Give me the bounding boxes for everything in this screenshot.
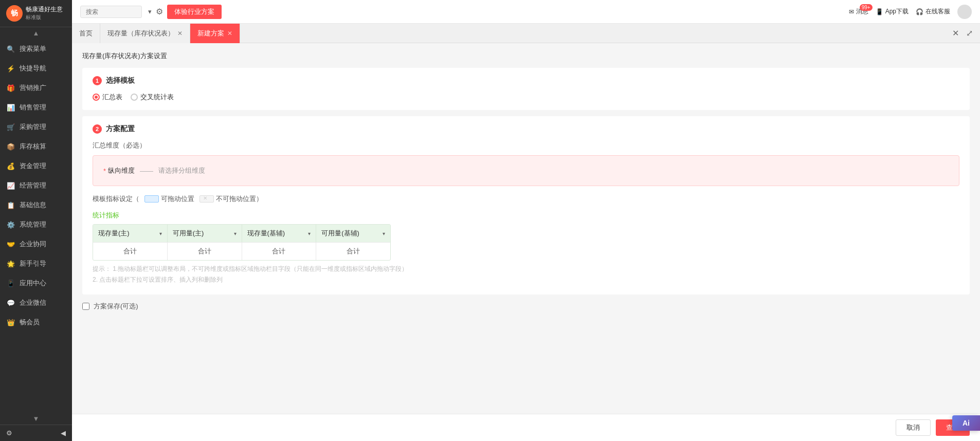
sidebar-item-quicknav[interactable]: ⚡ 快捷导航 — [0, 59, 72, 78]
app-icon: 📱 — [876, 8, 883, 15]
tab-home[interactable]: 首页 — [72, 24, 100, 43]
sidebar-item-inventory[interactable]: 📦 库存核算 — [0, 137, 72, 156]
draggable-indicator: 可拖动位置 — [144, 194, 194, 204]
mobile-icon: 📱 — [6, 279, 15, 288]
section1-number: 1 — [93, 76, 102, 85]
indicator-settings-label: 模板指标设定（ — [93, 194, 139, 204]
main-area: ▾ ⚙ 体验行业方案 ✉ 消息 99+ 📱 App下载 🎧 在线客服 首页 — [72, 0, 980, 441]
save-checkbox[interactable] — [82, 303, 89, 310]
radio-cross — [131, 94, 138, 101]
tab-new-plan[interactable]: 新建方案 ✕ — [190, 24, 240, 43]
non-draggable-label: 不可拖动位置） — [216, 194, 263, 204]
sidebar-item-collab[interactable]: 🤝 企业协同 — [0, 234, 72, 254]
sidebar-settings-icon[interactable]: ⚙ — [6, 429, 12, 437]
topbar-gear-icon[interactable]: ⚙ — [156, 7, 163, 16]
no-drag-box — [199, 195, 214, 203]
indicator-settings: 模板指标设定（ 可拖动位置 不可拖动位置） — [93, 194, 959, 204]
topbar-dropdown-icon[interactable]: ▾ — [148, 8, 152, 15]
cell-2: 合计 — [242, 243, 317, 260]
template-panel: 1 选择模板 汇总表 交叉统计表 — [82, 68, 970, 110]
col-header-0[interactable]: 现存量(主) ▾ — [93, 225, 168, 242]
sidebar-item-newbie[interactable]: 🌟 新手引导 — [0, 254, 72, 273]
col-dropdown-1[interactable]: ▾ — [234, 231, 237, 236]
star-icon: 🌟 — [6, 259, 15, 268]
messages-badge: 99+ — [860, 4, 873, 11]
crown-icon: 👑 — [6, 318, 15, 327]
sidebar-item-marketing[interactable]: 🎁 营销推广 — [0, 78, 72, 98]
stats-section: 统计指标 现存量(主) ▾ 可用量(主) ▾ — [93, 211, 959, 261]
ai-fab-button[interactable]: Ai — [952, 415, 980, 431]
flash-icon: ⚡ — [6, 64, 15, 73]
col-dropdown-2[interactable]: ▾ — [308, 231, 311, 236]
tab-new-plan-close[interactable]: ✕ — [227, 30, 232, 37]
drag-box — [144, 195, 159, 203]
stats-table: 现存量(主) ▾ 可用量(主) ▾ 现存量(基辅) ▾ — [93, 224, 391, 261]
tip-1: 2. 点击标题栏下拉可设置排序、插入列和删除列 — [93, 275, 959, 284]
sidebar-item-purchase[interactable]: 🛒 采购管理 — [0, 117, 72, 137]
sidebar-scroll-down[interactable]: ▼ — [0, 413, 72, 425]
sidebar-bottom: ⚙ ◀ — [0, 425, 72, 441]
config-section: 汇总维度（必选） * 纵向维度 —— 请选择分组维度 模板指标设定（ 可拖动位置 — [93, 141, 959, 284]
template-options: 汇总表 交叉统计表 — [93, 93, 959, 102]
trend-icon: 📈 — [6, 181, 15, 190]
option-summary-table[interactable]: 汇总表 — [93, 93, 122, 102]
panel-close-icon[interactable]: ✕ — [950, 28, 961, 38]
col-header-3[interactable]: 可用量(基辅) ▾ — [316, 225, 390, 242]
topbar-search-input[interactable] — [80, 6, 142, 18]
action-bar: 取消 查询 — [72, 414, 980, 441]
sidebar-item-sales[interactable]: 📊 销售管理 — [0, 98, 72, 117]
cancel-button[interactable]: 取消 — [896, 419, 931, 436]
tabbar: 首页 现存量（库存状况表） ✕ 新建方案 ✕ ✕ ⤢ — [72, 24, 980, 43]
dimension-field-label: 纵向维度 — [108, 166, 135, 175]
sidebar-scroll-up[interactable]: ▲ — [0, 27, 72, 39]
stats-table-row: 合计 合计 合计 合计 — [93, 242, 390, 260]
non-draggable-indicator: 不可拖动位置） — [199, 194, 263, 204]
search-icon: 🔍 — [6, 44, 15, 53]
sidebar-item-operations[interactable]: 📈 经营管理 — [0, 176, 72, 195]
logo-text: 畅康通好生意 标准版 — [26, 6, 63, 21]
sidebar-logo: 畅 畅康通好生意 标准版 — [0, 0, 72, 27]
money-icon: 💰 — [6, 161, 15, 171]
sidebar-item-system[interactable]: ⚙️ 系统管理 — [0, 215, 72, 234]
col-header-2[interactable]: 现存量(基辅) ▾ — [242, 225, 317, 242]
sidebar-item-appcenter[interactable]: 📱 应用中心 — [0, 273, 72, 293]
headset-icon: 🎧 — [916, 8, 923, 15]
user-avatar[interactable] — [957, 5, 972, 19]
footer-save: 方案保存(可选) — [82, 302, 970, 311]
cell-3: 合计 — [316, 243, 390, 260]
panel-expand-icon[interactable]: ⤢ — [964, 28, 975, 38]
box-icon: 📦 — [6, 142, 15, 151]
dimension-section-label: 汇总维度（必选） — [93, 141, 959, 150]
logo-icon: 畅 — [6, 5, 23, 22]
option-cross-table[interactable]: 交叉统计表 — [131, 93, 174, 102]
stats-title: 统计指标 — [93, 211, 959, 220]
col-dropdown-0[interactable]: ▾ — [159, 231, 162, 236]
section2-header: 2 方案配置 — [93, 124, 959, 134]
online-service-link[interactable]: 🎧 在线客服 — [916, 7, 950, 16]
sidebar-item-search[interactable]: 🔍 搜索菜单 — [0, 39, 72, 59]
cart-icon: 🛒 — [6, 122, 15, 132]
sidebar-item-finance[interactable]: 💰 资金管理 — [0, 156, 72, 176]
app-download-link[interactable]: 📱 App下载 — [876, 7, 909, 16]
system-icon: ⚙️ — [6, 220, 15, 229]
sidebar-item-member[interactable]: 👑 畅会员 — [0, 313, 72, 332]
page-title: 现存量(库存状况表)方案设置 — [82, 51, 970, 61]
tip-0: 提示： 1.拖动标题栏可以调整布局，不可跨维度或指标区域拖动栏目字段（只能在同一… — [93, 265, 959, 273]
save-label: 方案保存(可选) — [94, 302, 138, 311]
tab-inventory-close[interactable]: ✕ — [177, 30, 183, 37]
messages-button[interactable]: ✉ 消息 99+ — [849, 7, 868, 16]
section2-title: 方案配置 — [106, 124, 135, 134]
sidebar-collapse-icon[interactable]: ◀ — [61, 429, 66, 437]
dimension-area[interactable]: * 纵向维度 —— 请选择分组维度 — [93, 155, 959, 186]
topbar-right: ✉ 消息 99+ 📱 App下载 🎧 在线客服 — [849, 5, 972, 19]
handshake-icon: 🤝 — [6, 240, 15, 249]
col-dropdown-3[interactable]: ▾ — [383, 231, 385, 236]
tips-area: 提示： 1.拖动标题栏可以调整布局，不可跨维度或指标区域拖动栏目字段（只能在同一… — [93, 265, 959, 284]
tab-inventory[interactable]: 现存量（库存状况表） ✕ — [100, 24, 190, 43]
col-header-1[interactable]: 可用量(主) ▾ — [168, 225, 242, 242]
section1-title: 选择模板 — [106, 76, 135, 85]
sidebar-item-basics[interactable]: 📋 基础信息 — [0, 195, 72, 215]
sidebar-item-wechat[interactable]: 💬 企业微信 — [0, 293, 72, 313]
dimension-dash: —— — [140, 167, 153, 175]
trial-button[interactable]: 体验行业方案 — [167, 5, 222, 19]
